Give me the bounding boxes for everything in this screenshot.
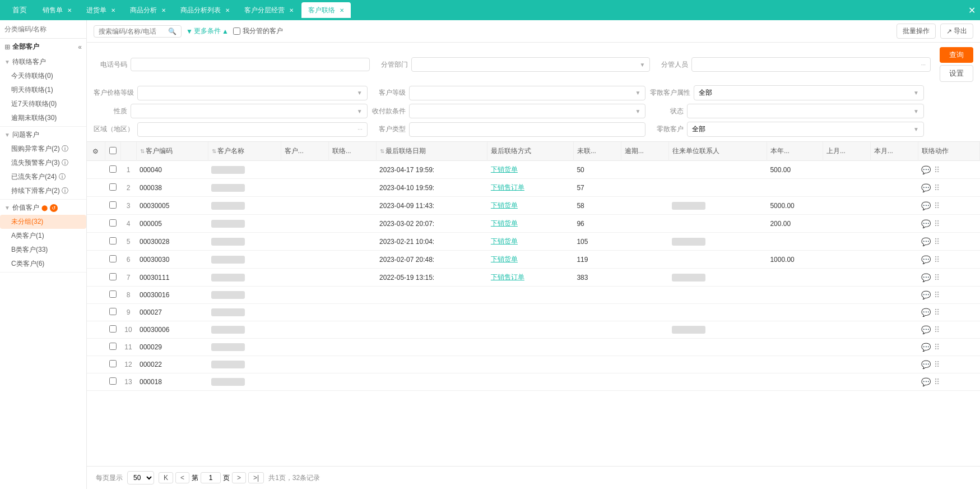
filter-select-status[interactable]: ▼	[687, 104, 924, 118]
nav-tab-商品分析列表[interactable]: 商品分析列表✕	[174, 2, 236, 18]
grid-action-icon[interactable]: ⠿	[934, 273, 940, 282]
chat-icon[interactable]: 💬	[921, 165, 931, 174]
more-conditions-btn[interactable]: ▼ 更多条件 ▲	[186, 26, 229, 36]
chat-icon[interactable]: 💬	[921, 325, 931, 334]
close-tab-icon[interactable]: ✕	[161, 7, 166, 13]
sidebar-item[interactable]: 囤购异常客户(2) ⓘ	[0, 142, 86, 156]
sidebar-item[interactable]: 逾期未联络(30)	[0, 111, 86, 125]
th-no-contact[interactable]: 未联...	[573, 142, 621, 161]
filter-select-sparse-attr[interactable]: 全部 ▼	[694, 85, 924, 100]
row-checkbox[interactable]	[109, 165, 117, 173]
select-all-checkbox[interactable]	[109, 147, 117, 154]
row-checkbox[interactable]	[109, 377, 117, 385]
sidebar-item[interactable]: C类客户(6)	[0, 257, 86, 271]
filter-select-customer-grade[interactable]: ▼	[409, 86, 646, 100]
chat-icon[interactable]: 💬	[921, 201, 931, 210]
filter-select-price-grade[interactable]: ▼	[137, 86, 368, 100]
filter-select-payment[interactable]: ▼	[409, 104, 646, 118]
grid-action-icon[interactable]: ⠿	[934, 255, 940, 264]
grid-action-icon[interactable]: ⠿	[934, 219, 940, 228]
row-checkbox[interactable]	[109, 343, 117, 350]
filter-select-nature[interactable]: ▼	[131, 104, 368, 118]
close-tab-icon[interactable]: ✕	[67, 7, 72, 13]
grid-action-icon[interactable]: ⠿	[934, 343, 940, 352]
row-checkbox[interactable]	[109, 273, 117, 280]
chat-icon[interactable]: 💬	[921, 255, 931, 264]
last-contact-link[interactable]: 下销货单	[491, 237, 518, 245]
th-name[interactable]: 客户名称	[208, 142, 281, 161]
sidebar-search-input[interactable]	[4, 25, 87, 33]
nav-tab-进货单[interactable]: 进货单✕	[80, 2, 122, 18]
chat-icon[interactable]: 💬	[921, 290, 931, 299]
grid-action-icon[interactable]: ⠿	[934, 325, 940, 334]
last-contact-link[interactable]: 下销货单	[491, 255, 518, 263]
sidebar-item[interactable]: 未分组(32)	[0, 215, 86, 229]
grid-action-icon[interactable]: ⠿	[934, 165, 940, 174]
chat-icon[interactable]: 💬	[921, 237, 931, 246]
filter-select-customer-type[interactable]	[409, 122, 646, 137]
my-customers-checkbox[interactable]	[233, 27, 240, 35]
row-checkbox[interactable]	[109, 325, 117, 333]
row-checkbox[interactable]	[109, 308, 117, 315]
nav-home[interactable]: 首页	[4, 5, 35, 15]
prev-page-btn[interactable]: <	[175, 472, 189, 483]
grid-action-icon[interactable]: ⠿	[934, 290, 940, 299]
sidebar-item[interactable]: B类客户(33)	[0, 243, 86, 257]
last-contact-link[interactable]: 下销货单	[491, 219, 518, 227]
export-btn[interactable]: ↗ 导出	[940, 24, 973, 39]
page-input[interactable]	[201, 472, 221, 483]
th-last-contact-date[interactable]: 最后联络日期	[376, 142, 487, 161]
close-tab-icon[interactable]: ✕	[340, 7, 344, 13]
last-contact-link[interactable]: 下销售订单	[491, 273, 524, 281]
row-checkbox[interactable]	[109, 290, 117, 298]
close-all-icon[interactable]: ✕	[968, 5, 976, 16]
chat-icon[interactable]: 💬	[921, 273, 931, 282]
sidebar-item[interactable]: 近7天待联络(0)	[0, 97, 86, 111]
sidebar-item[interactable]: 流失预警客户(3) ⓘ	[0, 156, 86, 170]
row-checkbox[interactable]	[109, 255, 117, 262]
th-unit-contact[interactable]: 往来单位联系人	[668, 142, 767, 161]
last-page-btn[interactable]: >|	[248, 472, 264, 483]
chat-icon[interactable]: 💬	[921, 183, 931, 192]
nav-tab-客户联络[interactable]: 客户联络✕	[301, 2, 351, 18]
filter-select-person[interactable]: ···	[691, 57, 931, 72]
first-page-btn[interactable]: K	[159, 472, 173, 483]
grid-action-icon[interactable]: ⠿	[934, 201, 940, 210]
query-btn[interactable]: 查询	[940, 47, 973, 63]
row-checkbox[interactable]	[109, 183, 117, 191]
row-checkbox[interactable]	[109, 360, 117, 367]
nav-tab-客户分层经营[interactable]: 客户分层经营✕	[238, 2, 300, 18]
sidebar-group-问题客户[interactable]: ▼ 问题客户	[0, 128, 86, 142]
th-this-month[interactable]: 本月...	[870, 142, 918, 161]
chat-icon[interactable]: 💬	[921, 377, 931, 386]
filter-input-phone[interactable]	[131, 58, 370, 71]
chat-icon[interactable]: 💬	[921, 219, 931, 228]
all-customers-header[interactable]: ⊞ 全部客户 «	[0, 39, 86, 55]
th-last-month[interactable]: 上月...	[823, 142, 870, 161]
close-tab-icon[interactable]: ✕	[225, 7, 230, 13]
th-customer-type[interactable]: 客户...	[281, 142, 328, 161]
th-contact[interactable]: 联络...	[328, 142, 376, 161]
close-tab-icon[interactable]: ✕	[111, 7, 115, 13]
th-this-year[interactable]: 本年...	[767, 142, 823, 161]
chat-icon[interactable]: 💬	[921, 343, 931, 352]
sidebar-item[interactable]: 已流失客户(24) ⓘ	[0, 170, 86, 184]
page-size-select[interactable]: 50	[127, 471, 154, 485]
nav-tab-销售单[interactable]: 销售单✕	[36, 2, 78, 18]
filter-select-sparse-customer[interactable]: 全部 ▼	[687, 122, 924, 137]
th-code[interactable]: 客户编码	[136, 142, 208, 161]
sidebar-item[interactable]: 明天待联络(1)	[0, 83, 86, 97]
row-checkbox[interactable]	[109, 237, 117, 245]
grid-action-icon[interactable]: ⠿	[934, 308, 940, 317]
sidebar-item[interactable]: A类客户(1)	[0, 229, 86, 243]
sidebar-group-价值客户[interactable]: ▼ 价值客户⬤ ↺	[0, 201, 86, 215]
chat-icon[interactable]: 💬	[921, 360, 931, 369]
sidebar-item[interactable]: 持续下滑客户(2) ⓘ	[0, 184, 86, 198]
filter-select-region[interactable]: ···	[137, 122, 368, 137]
next-page-btn[interactable]: >	[232, 472, 246, 483]
sidebar-item[interactable]: 今天待联络(0)	[0, 69, 86, 83]
th-settings[interactable]: ⚙	[87, 142, 105, 161]
sidebar-group-待联络客户[interactable]: ▼ 待联络客户	[0, 55, 86, 69]
th-overdue[interactable]: 逾期...	[621, 142, 668, 161]
last-contact-link[interactable]: 下销货单	[491, 165, 518, 173]
